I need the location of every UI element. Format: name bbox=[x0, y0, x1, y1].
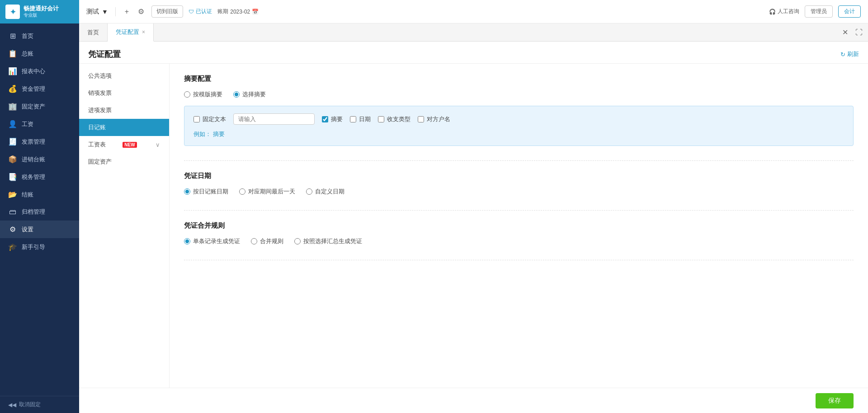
certification-status: 🛡 已认证 bbox=[189, 8, 212, 15]
payroll-icon: 👤 bbox=[8, 120, 17, 128]
consultant-label: 人工咨询 bbox=[778, 8, 799, 15]
fixed-text-option[interactable]: 固定文本 bbox=[193, 115, 226, 123]
left-nav: 公共选项 销项发票 进项发票 日记账 工资表 NEW ∨ 固定资产 bbox=[79, 64, 170, 388]
abstract-radio-group: 按模版摘要 选择摘要 bbox=[184, 90, 854, 99]
period-text: 账期 bbox=[217, 8, 228, 15]
left-nav-fixed-assets[interactable]: 固定资产 bbox=[79, 153, 169, 170]
left-nav-sales[interactable]: 销项发票 bbox=[79, 84, 169, 102]
tax-icon: 📑 bbox=[8, 173, 17, 181]
sidebar-item-settings[interactable]: ⚙ 设置 bbox=[0, 221, 79, 238]
income-type-checkbox[interactable] bbox=[378, 116, 384, 122]
calendar-icon: 📅 bbox=[252, 9, 259, 15]
sidebar-item-invoices[interactable]: 🧾 发票管理 bbox=[0, 133, 79, 150]
ledger-icon: 📋 bbox=[8, 49, 17, 58]
sidebar-item-label: 设置 bbox=[22, 225, 33, 234]
counterpart-checkbox[interactable] bbox=[418, 116, 424, 122]
abstract-config-row: 固定文本 摘要 日期 bbox=[193, 113, 844, 125]
date-radio-group: 按日记账日期 对应期间最后一天 自定义日期 bbox=[184, 188, 854, 196]
income-type-option[interactable]: 收支类型 bbox=[378, 115, 410, 123]
abstract-option[interactable]: 摘要 bbox=[322, 115, 343, 123]
sidebar-item-archive[interactable]: 🗃 归档管理 bbox=[0, 203, 79, 221]
sidebar-item-home[interactable]: ⊞ 首页 bbox=[0, 27, 79, 45]
custom-date-radio[interactable] bbox=[306, 188, 312, 195]
close-tab-button[interactable]: ✕ bbox=[840, 26, 850, 38]
abstract-template-radio[interactable] bbox=[184, 91, 190, 98]
sidebar-item-tax[interactable]: 📑 税务管理 bbox=[0, 168, 79, 186]
tab-active-label: 凭证配置 bbox=[116, 28, 139, 36]
switch-version-button[interactable]: 切到旧版 bbox=[151, 5, 183, 18]
sidebar-pin-toggle[interactable]: ◀◀ 取消固定 bbox=[0, 396, 79, 413]
consultant-button[interactable]: 🎧 人工咨询 bbox=[769, 8, 799, 15]
left-nav-diary[interactable]: 日记账 bbox=[79, 119, 169, 136]
add-button[interactable]: + bbox=[123, 6, 131, 18]
select-merge-option[interactable]: 按照选择汇总生成凭证 bbox=[294, 237, 362, 245]
sidebar-item-label: 资金管理 bbox=[22, 85, 45, 93]
sidebar-item-label: 新手引导 bbox=[22, 243, 45, 251]
company-selector[interactable]: 测试 ▼ bbox=[86, 8, 108, 16]
left-nav-purchase[interactable]: 进项发票 bbox=[79, 102, 169, 119]
tab-actions: ✕ ⛶ bbox=[840, 26, 868, 38]
tab-voucher-config[interactable]: 凭证配置 × bbox=[108, 23, 154, 42]
expand-icon: ∨ bbox=[156, 141, 160, 148]
abstract-select-radio[interactable] bbox=[233, 91, 240, 98]
tab-close-button[interactable]: × bbox=[142, 29, 145, 35]
invoices-icon: 🧾 bbox=[8, 137, 17, 146]
diary-date-option[interactable]: 按日记账日期 bbox=[184, 188, 228, 196]
sidebar-item-reports[interactable]: 📊 报表中心 bbox=[0, 62, 79, 80]
footer-bar: 保存 bbox=[79, 388, 868, 413]
sidebar-item-ledger[interactable]: 📋 总账 bbox=[0, 45, 79, 62]
fixed-text-input[interactable] bbox=[233, 113, 315, 125]
single-record-radio[interactable] bbox=[184, 238, 190, 244]
abstract-template-option[interactable]: 按模版摘要 bbox=[184, 90, 222, 99]
period-display: 账期 2023-02 📅 bbox=[217, 8, 259, 15]
sidebar-item-label: 总账 bbox=[22, 50, 33, 58]
sidebar-logo: ✦ 畅捷通好会计 专业版 bbox=[0, 0, 79, 23]
date-option[interactable]: 日期 bbox=[350, 115, 371, 123]
merge-rules-option[interactable]: 合并规则 bbox=[251, 237, 283, 245]
fixed-text-checkbox[interactable] bbox=[193, 116, 200, 122]
fullscreen-button[interactable]: ⛶ bbox=[854, 27, 864, 38]
role-button[interactable]: 会计 bbox=[838, 5, 861, 18]
divider-3 bbox=[184, 260, 854, 260]
select-merge-radio[interactable] bbox=[294, 238, 301, 244]
diary-date-radio[interactable] bbox=[184, 188, 190, 195]
left-nav-public[interactable]: 公共选项 bbox=[79, 67, 169, 84]
two-col-layout: 公共选项 销项发票 进项发票 日记账 工资表 NEW ∨ 固定资产 bbox=[79, 64, 868, 388]
topbar-divider-1 bbox=[115, 7, 116, 16]
sidebar-item-close[interactable]: 📂 结账 bbox=[0, 186, 79, 203]
user-button[interactable]: 管理员 bbox=[805, 5, 833, 18]
archive-icon: 🗃 bbox=[8, 208, 17, 216]
home-icon: ⊞ bbox=[8, 32, 17, 40]
single-record-option[interactable]: 单条记录生成凭证 bbox=[184, 237, 240, 245]
abstract-checkbox[interactable] bbox=[322, 116, 328, 122]
sidebar-item-payroll[interactable]: 👤 工资 bbox=[0, 115, 79, 133]
sidebar-item-funds[interactable]: 💰 资金管理 bbox=[0, 80, 79, 98]
tab-home[interactable]: 首页 bbox=[79, 23, 108, 42]
shield-icon: 🛡 bbox=[189, 9, 194, 15]
merge-rules-radio[interactable] bbox=[251, 238, 257, 244]
sidebar-item-tutorial[interactable]: 🎓 新手引导 bbox=[0, 238, 79, 256]
counterpart-option[interactable]: 对方户名 bbox=[418, 115, 450, 123]
pin-label: 取消固定 bbox=[19, 401, 41, 408]
sidebar-item-label: 发票管理 bbox=[22, 138, 45, 146]
sidebar-item-sales-ledger[interactable]: 📦 进销台账 bbox=[0, 150, 79, 168]
sidebar-item-assets[interactable]: 🏢 固定资产 bbox=[0, 98, 79, 115]
date-checkbox[interactable] bbox=[350, 116, 356, 122]
sidebar-item-label: 进销台账 bbox=[22, 155, 45, 164]
abstract-section: 摘要配置 按模版摘要 选择摘要 bbox=[184, 75, 854, 146]
sidebar-item-label: 结账 bbox=[22, 191, 33, 199]
left-nav-payroll[interactable]: 工资表 NEW ∨ bbox=[79, 136, 169, 153]
abstract-select-option[interactable]: 选择摘要 bbox=[233, 90, 266, 99]
page-title: 凭证配置 bbox=[88, 49, 121, 60]
save-button[interactable]: 保存 bbox=[816, 393, 854, 408]
sidebar-item-label: 税务管理 bbox=[22, 173, 45, 181]
period-last-radio[interactable] bbox=[239, 188, 245, 195]
new-badge: NEW bbox=[123, 142, 137, 148]
custom-date-option[interactable]: 自定义日期 bbox=[306, 188, 344, 196]
sidebar-navigation: ⊞ 首页 📋 总账 📊 报表中心 💰 资金管理 🏢 固定资产 👤 工资 🧾 发票… bbox=[0, 23, 79, 396]
topbar: 测试 ▼ + ⚙ 切到旧版 🛡 已认证 账期 2023-02 📅 🎧 人工咨询 … bbox=[79, 0, 868, 23]
refresh-button[interactable]: ↻ 刷新 bbox=[840, 50, 859, 58]
settings-button[interactable]: ⚙ bbox=[136, 5, 146, 18]
reports-icon: 📊 bbox=[8, 67, 17, 75]
period-last-option[interactable]: 对应期间最后一天 bbox=[239, 188, 295, 196]
